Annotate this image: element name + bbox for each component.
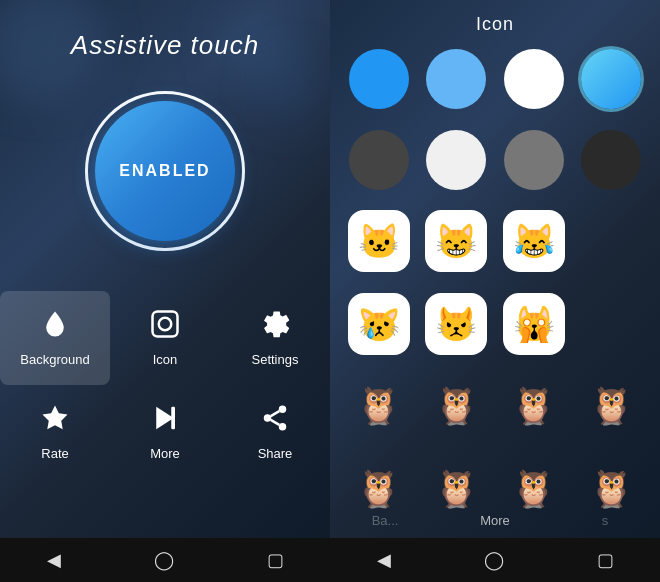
share-icon <box>260 403 290 438</box>
icon-option-gray-dark[interactable] <box>349 130 409 190</box>
more-label: More <box>150 446 180 461</box>
play-triangle-icon <box>150 403 180 438</box>
drop-icon <box>40 309 70 344</box>
enabled-button-wrapper[interactable]: ENABLED <box>85 91 245 251</box>
icon-panel-title: Icon <box>330 0 660 43</box>
enabled-button[interactable]: ENABLED <box>95 101 235 241</box>
main-menu-grid: Background Icon Settings Rate <box>0 291 330 479</box>
square-circle-icon <box>150 309 180 344</box>
share-label: Share <box>258 446 293 461</box>
svg-line-9 <box>271 411 280 416</box>
svg-marker-2 <box>43 406 68 430</box>
icon-option-cat3[interactable]: 😹 <box>503 210 565 272</box>
gear-icon <box>260 309 290 344</box>
icon-label: Icon <box>153 352 178 367</box>
icon-option-owl1[interactable]: 🦉 <box>348 375 410 437</box>
menu-item-background[interactable]: Background <box>0 291 110 385</box>
app-title: Assistive touch <box>71 30 259 61</box>
icon-option-owl2[interactable]: 🦉 <box>425 375 487 437</box>
svg-line-8 <box>271 420 280 425</box>
svg-marker-3 <box>156 407 174 430</box>
icon-option-cat6[interactable]: 🙀 <box>503 293 565 355</box>
right-bottom-more[interactable]: More <box>440 513 550 528</box>
menu-item-share[interactable]: Share <box>220 385 330 479</box>
icon-option-white[interactable] <box>504 49 564 109</box>
icon-option-blue-solid[interactable] <box>349 49 409 109</box>
back-button[interactable]: ◀ <box>47 549 61 571</box>
icon-option-gray-dark2[interactable] <box>581 130 641 190</box>
menu-item-more[interactable]: More <box>110 385 220 479</box>
svg-point-1 <box>159 318 172 331</box>
svg-rect-0 <box>153 312 178 337</box>
recents-button[interactable]: ▢ <box>267 549 284 571</box>
left-panel: Assistive touch ENABLED Background Icon <box>0 0 330 582</box>
settings-label: Settings <box>252 352 299 367</box>
background-label: Background <box>20 352 89 367</box>
star-icon <box>40 403 70 438</box>
icon-option-gray-med[interactable] <box>504 130 564 190</box>
icon-option-blue-selected[interactable] <box>581 49 641 109</box>
icon-option-cat5[interactable]: 😾 <box>425 293 487 355</box>
menu-item-settings[interactable]: Settings <box>220 291 330 385</box>
icon-grid: 🐱 😸 😹 😿 😾 🙀 🦉 🦉 🦉 🦉 🦉 🦉 🦉 🦉 <box>330 43 660 538</box>
icon-option-white-bright[interactable] <box>426 130 486 190</box>
menu-item-icon[interactable]: Icon <box>110 291 220 385</box>
right-panel: Icon 🐱 😸 😹 😿 😾 🙀 🦉 🦉 🦉 <box>330 0 660 582</box>
right-content: Icon 🐱 😸 😹 😿 😾 🙀 🦉 🦉 🦉 <box>330 0 660 582</box>
svg-point-7 <box>279 423 287 431</box>
icon-option-cat4[interactable]: 😿 <box>348 293 410 355</box>
right-bottom-nav: ◀ ◯ ▢ <box>330 538 660 582</box>
home-button[interactable]: ◯ <box>154 549 174 571</box>
rate-label: Rate <box>41 446 68 461</box>
icon-option-cat2[interactable]: 😸 <box>425 210 487 272</box>
svg-point-5 <box>279 406 287 414</box>
svg-point-6 <box>264 414 272 422</box>
icon-option-cat1[interactable]: 🐱 <box>348 210 410 272</box>
right-bottom-labels: Ba... More s <box>330 502 660 538</box>
left-bottom-nav: ◀ ◯ ▢ <box>0 538 330 582</box>
right-bottom-background: Ba... <box>330 513 440 528</box>
right-recents-button[interactable]: ▢ <box>597 549 614 571</box>
icon-option-blue-light[interactable] <box>426 49 486 109</box>
right-home-button[interactable]: ◯ <box>484 549 504 571</box>
svg-rect-4 <box>171 407 175 430</box>
icon-option-owl4[interactable]: 🦉 <box>580 375 642 437</box>
icon-option-owl3[interactable]: 🦉 <box>503 375 565 437</box>
icon-placeholder <box>577 210 639 272</box>
right-bottom-share: s <box>550 513 660 528</box>
right-back-button[interactable]: ◀ <box>377 549 391 571</box>
menu-item-rate[interactable]: Rate <box>0 385 110 479</box>
icon-placeholder2 <box>577 293 639 355</box>
